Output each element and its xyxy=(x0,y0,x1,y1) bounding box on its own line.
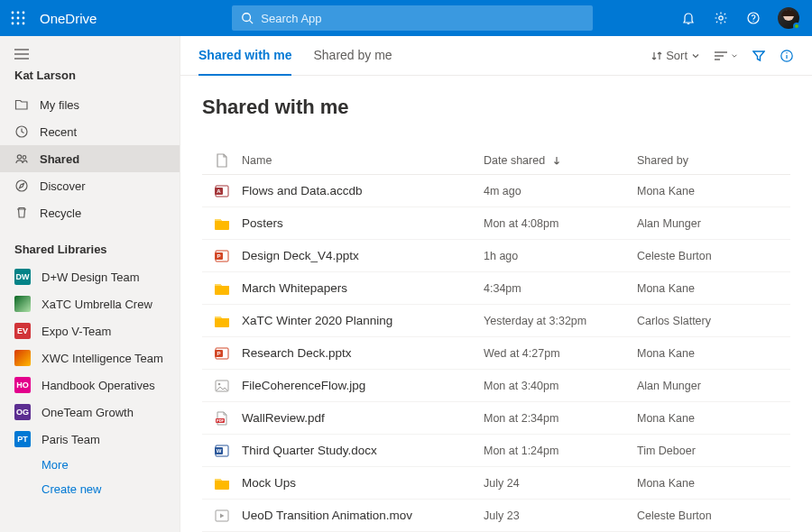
shared-by-cell: Tim Deboer xyxy=(637,445,790,457)
main-content: Shared with meShared by me Sort xyxy=(180,36,812,532)
library-item[interactable]: DWD+W Design Team xyxy=(0,263,180,290)
column-name-header[interactable]: Name xyxy=(242,154,484,167)
file-name-cell: Flows and Data.accdb xyxy=(242,184,484,197)
column-date-header[interactable]: Date shared xyxy=(484,154,637,167)
nav-item-recent[interactable]: Recent xyxy=(0,118,180,145)
shared-by-cell: Celeste Burton xyxy=(637,250,790,262)
tab-shared-by-me[interactable]: Shared by me xyxy=(313,36,392,76)
view-options-button[interactable] xyxy=(715,50,738,61)
filter-icon xyxy=(752,50,765,62)
date-shared-cell: Mon at 4:08pm xyxy=(484,217,637,230)
hamburger-icon xyxy=(14,49,29,60)
table-row[interactable]: PostersMon at 4:08pmAlan Munger xyxy=(202,207,790,240)
chevron-down-icon xyxy=(691,51,700,60)
nav-item-label: My files xyxy=(40,98,79,112)
more-link[interactable]: More xyxy=(0,453,180,477)
sort-arrow-down-icon xyxy=(552,156,561,165)
date-shared-cell: July 23 xyxy=(484,509,637,522)
nav-item-my-files[interactable]: My files xyxy=(0,91,180,118)
column-sharedby-header[interactable]: Shared by xyxy=(637,154,790,167)
table-row[interactable]: PResearch Deck.pptxWed at 4:27pmMona Kan… xyxy=(202,337,790,370)
table-row[interactable]: WThird Quarter Study.docxMon at 1:24pmTi… xyxy=(202,435,790,467)
svg-point-8 xyxy=(23,23,25,25)
file-icon-cell xyxy=(202,313,242,329)
pdf-icon: PDF xyxy=(214,410,230,427)
file-icon-cell: PDF xyxy=(202,410,242,427)
avatar-wrapper[interactable] xyxy=(778,7,799,29)
search-input[interactable] xyxy=(261,12,584,25)
library-label: Handbook Operatives xyxy=(42,379,165,392)
info-icon xyxy=(780,49,794,63)
shared-by-cell: Mona Kane xyxy=(637,185,790,197)
svg-text:P: P xyxy=(217,253,220,259)
svg-point-11 xyxy=(719,16,723,20)
table-row[interactable]: AFlows and Data.accdb4m agoMona Kane xyxy=(202,175,790,207)
svg-point-37 xyxy=(218,382,221,385)
svg-point-12 xyxy=(748,13,759,23)
svg-point-7 xyxy=(17,23,20,25)
nav-item-shared[interactable]: Shared xyxy=(0,145,180,172)
column-file-icon-header[interactable] xyxy=(202,153,242,168)
library-item[interactable]: XaTC Umbrella Crew xyxy=(0,290,180,317)
svg-point-19 xyxy=(23,156,26,160)
file-icon-cell xyxy=(202,378,242,394)
svg-point-0 xyxy=(12,12,14,14)
table-row[interactable]: UeoD Transition Animation.movJuly 23Cele… xyxy=(202,500,790,532)
svg-text:A: A xyxy=(217,188,221,194)
folder-icon xyxy=(214,216,230,232)
create-new-link[interactable]: Create new xyxy=(0,477,180,501)
waffle-icon xyxy=(11,11,25,25)
file-name-cell: Mock Ups xyxy=(242,476,484,490)
svg-text:PDF: PDF xyxy=(217,418,225,423)
svg-point-5 xyxy=(23,17,25,20)
tab-shared-with-me[interactable]: Shared with me xyxy=(198,36,291,76)
svg-point-4 xyxy=(17,17,20,20)
table-row[interactable]: March Whitepapers4:34pmMona Kane xyxy=(202,272,790,305)
bin-icon xyxy=(14,206,29,220)
table-row[interactable]: PDesign Deck_V4.pptx1h agoCeleste Burton xyxy=(202,240,790,272)
pptx-icon: P xyxy=(214,248,230,264)
library-item[interactable]: PTParis Team xyxy=(0,426,180,453)
file-icon-cell xyxy=(202,280,242,297)
library-item[interactable]: EVExpo V-Team xyxy=(0,317,180,344)
docx-icon: W xyxy=(214,443,230,459)
info-button[interactable] xyxy=(780,49,794,63)
people-icon xyxy=(14,151,29,166)
library-item[interactable]: HOHandbook Operatives xyxy=(0,371,180,399)
library-logo xyxy=(14,350,31,366)
compass-icon xyxy=(14,179,29,193)
library-badge: PT xyxy=(14,431,31,447)
nav-toggle[interactable] xyxy=(0,36,180,69)
filter-button[interactable] xyxy=(752,50,765,62)
table-row[interactable]: FileCoherenceFlow.jpgMon at 3:40pmAlan M… xyxy=(202,370,790,402)
gear-icon xyxy=(714,11,728,25)
file-name-cell: XaTC Winter 2020 Planning xyxy=(242,314,484,327)
nav-item-discover[interactable]: Discover xyxy=(0,172,180,199)
app-launcher[interactable] xyxy=(0,0,36,36)
library-item[interactable]: XWC Intelligence Team xyxy=(0,344,180,371)
file-icon-cell: W xyxy=(202,443,242,459)
svg-point-13 xyxy=(752,21,753,22)
library-badge: EV xyxy=(14,323,31,339)
help-icon xyxy=(746,11,761,25)
file-icon-cell xyxy=(202,216,242,232)
shared-by-cell: Mona Kane xyxy=(637,347,790,360)
table-row[interactable]: PDFWallReview.pdfMon at 2:34pmMona Kane xyxy=(202,402,790,435)
nav-item-label: Recent xyxy=(40,125,77,139)
table-row[interactable]: XaTC Winter 2020 PlanningYesterday at 3:… xyxy=(202,305,790,337)
library-item[interactable]: OGOneTeam Growth xyxy=(0,399,180,426)
table-row[interactable]: Mock UpsJuly 24Mona Kane xyxy=(202,467,790,500)
notifications-button[interactable] xyxy=(680,10,697,26)
svg-point-6 xyxy=(12,23,14,25)
file-icon-cell xyxy=(202,508,242,524)
date-shared-cell: Yesterday at 3:32pm xyxy=(484,315,637,327)
table-header: Name Date shared Shared by xyxy=(202,146,790,175)
nav-item-recycle[interactable]: Recycle xyxy=(0,199,180,226)
svg-point-9 xyxy=(243,14,251,22)
sort-button[interactable]: Sort xyxy=(651,49,700,62)
settings-button[interactable] xyxy=(713,10,729,26)
folder-icon xyxy=(14,97,29,112)
search-box[interactable] xyxy=(232,5,593,31)
chevron-down-icon xyxy=(731,52,738,60)
help-button[interactable] xyxy=(745,10,761,26)
